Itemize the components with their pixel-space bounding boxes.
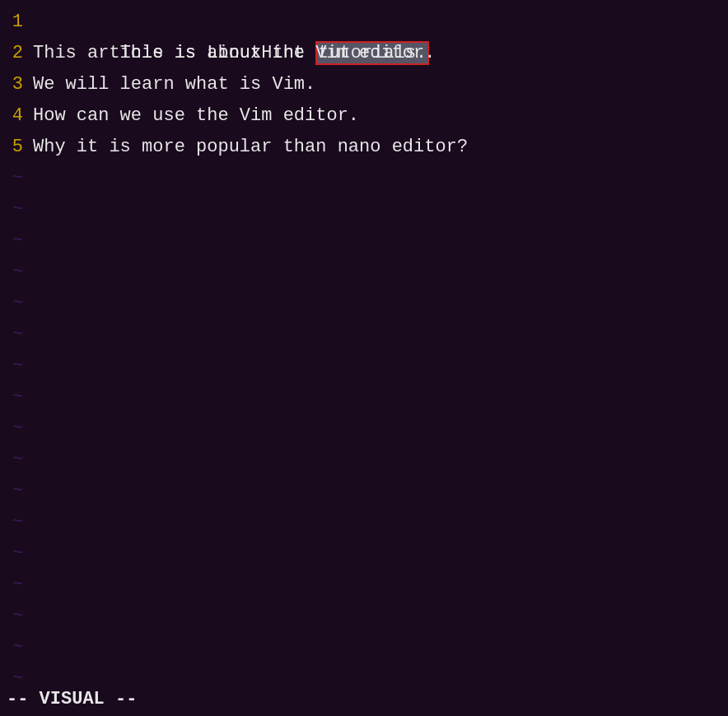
line-5: 5 Why it is more popular than nano edito… bbox=[0, 132, 728, 163]
line-text-2: This article is about the Vim editor. bbox=[33, 38, 435, 69]
line-number-1: 1 bbox=[0, 7, 33, 38]
status-mode-text: -- VISUAL -- bbox=[7, 689, 137, 709]
tilde-line-14: ~ bbox=[0, 570, 728, 601]
line-text-3: We will learn what is Vim. bbox=[33, 69, 315, 100]
tilde-line-12: ~ bbox=[0, 507, 728, 538]
line-number-5: 5 bbox=[0, 132, 33, 163]
line-text-4: How can we use the Vim editor. bbox=[33, 100, 359, 132]
tilde-line-7: ~ bbox=[0, 351, 728, 382]
line-number-3: 3 bbox=[0, 69, 33, 100]
line-2: 2 This article is about the Vim editor. bbox=[0, 38, 728, 69]
tilde-line-1: ~ bbox=[0, 163, 728, 194]
line-number-2: 2 bbox=[0, 38, 33, 69]
tilde-line-6: ~ bbox=[0, 319, 728, 351]
line-number-4: 4 bbox=[0, 100, 33, 132]
tilde-line-5: ~ bbox=[0, 288, 728, 319]
editor-content: 1 This is LinuxHint tutorials. 2 This ar… bbox=[0, 0, 728, 681]
tilde-line-10: ~ bbox=[0, 444, 728, 476]
status-bar: -- VISUAL -- bbox=[0, 681, 728, 716]
tilde-line-3: ~ bbox=[0, 225, 728, 257]
tilde-line-4: ~ bbox=[0, 257, 728, 288]
line-text-5: Why it is more popular than nano editor? bbox=[33, 132, 468, 163]
tilde-line-2: ~ bbox=[0, 194, 728, 225]
tilde-line-15: ~ bbox=[0, 601, 728, 632]
tilde-line-17: ~ bbox=[0, 663, 728, 681]
tilde-line-13: ~ bbox=[0, 538, 728, 570]
vim-editor[interactable]: 1 This is LinuxHint tutorials. 2 This ar… bbox=[0, 0, 728, 716]
tilde-line-11: ~ bbox=[0, 476, 728, 507]
tilde-line-16: ~ bbox=[0, 632, 728, 663]
tilde-line-8: ~ bbox=[0, 382, 728, 413]
line-4: 4 How can we use the Vim editor. bbox=[0, 100, 728, 132]
line-1: 1 This is LinuxHint tutorials. bbox=[0, 7, 728, 38]
tilde-line-9: ~ bbox=[0, 413, 728, 444]
